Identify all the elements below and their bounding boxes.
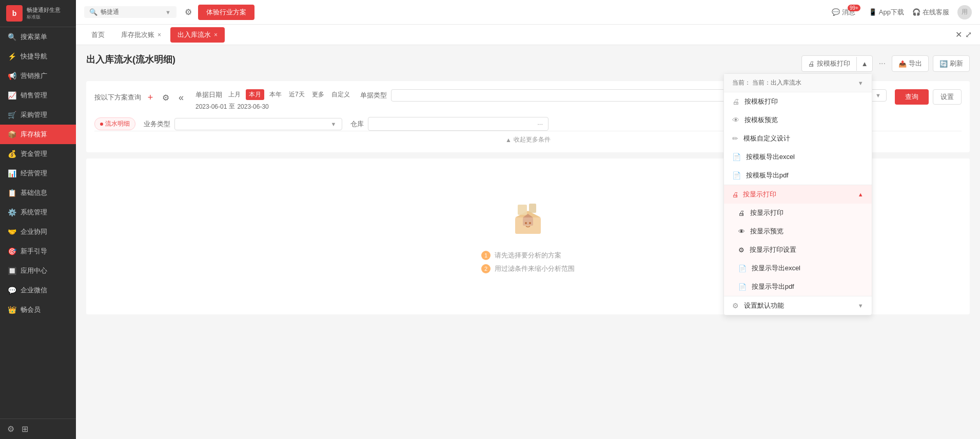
sidebar-item-marketing[interactable]: 📢 营销推广 [0,66,76,86]
business-type-select[interactable]: ▼ [174,118,342,130]
warehouse-group: 仓库 ··· [350,117,549,131]
sidebar-item-member[interactable]: 👑 畅会员 [0,300,76,320]
sidebar-item-apps[interactable]: 🔲 应用中心 [0,261,76,281]
sidebar-item-inventory[interactable]: 📦 库存核算 [0,125,76,144]
date-row-1: 单据日期 上月 本月 本年 近7天 更多 自定义 [195,89,352,100]
header-gear-icon[interactable]: ⚙ [185,7,192,17]
top-header: 🔍 ▼ ⚙ 体验行业方案 💬 消息 99+ 📱 App下载 🎧 在线客服 用 [76,0,980,25]
app-download-label: App下载 [879,8,904,17]
shortcut-last-month[interactable]: 上月 [226,89,243,100]
template-custom-icon: ✏ [732,134,738,143]
online-service-btn[interactable]: 🎧 在线客服 [912,8,949,17]
dropdown-item-template-custom[interactable]: ✏ 模板自定义设计 [724,129,872,148]
dropdown-display-excel[interactable]: 📄 按显示导出excel [724,259,872,277]
refresh-button[interactable]: 🔄 刷新 [933,55,970,72]
sidebar-item-cooperation[interactable]: 🤝 企业协同 [0,222,76,242]
sidebar-item-label: 营销推广 [21,71,47,81]
header-search-dropdown-icon[interactable]: ▼ [165,9,171,15]
tab-close-all-btn[interactable]: ✕ [955,30,962,39]
dropdown-current-arrow-icon[interactable]: ▼ [858,80,864,86]
filter-add-btn[interactable]: + [144,91,156,104]
sidebar-item-guide[interactable]: 🎯 新手引导 [0,242,76,261]
dropdown-item-template-pdf[interactable]: 📄 按模板导出pdf [724,166,872,185]
export-button[interactable]: 📤 导出 [892,55,929,72]
dropdown-display-preview[interactable]: 👁 按显示预览 [724,222,872,241]
setting-button[interactable]: 设置 [933,89,962,105]
template-print-button[interactable]: 🖨 按模板打印 [802,56,856,71]
sidebar-item-sales[interactable]: 📈 销售管理 [0,86,76,105]
dropdown-display-pdf[interactable]: 📄 按显示导出pdf [724,277,872,296]
display-print-header-icon: 🖨 [732,191,739,198]
dropdown-item-template-preview[interactable]: 👁 按模板预览 [724,111,872,129]
sidebar-settings-icon[interactable]: ⚙ [7,424,14,434]
template-print-group: 🖨 按模板打印 ▲ 当前： 当前：出入库流水 ▼ [801,55,872,72]
system-icon: ⚙️ [7,208,16,217]
query-button[interactable]: 查询 [895,89,929,105]
display-print-header[interactable]: 🖨 按显示打印 ▲ [724,185,872,204]
tab-flow[interactable]: 出入库流水 × [170,27,225,43]
sidebar-item-label: 企业微信 [21,286,47,295]
tab-expand-btn[interactable]: ⤢ [965,30,972,39]
sidebar-item-operations[interactable]: 📊 经营管理 [0,164,76,183]
display-print-items: 🖨 按显示打印 👁 按显示预览 ⚙ 按显示打 [724,204,872,296]
trial-button[interactable]: 体验行业方案 [198,5,254,20]
sidebar-item-purchase[interactable]: 🛒 采购管理 [0,105,76,125]
app-badge: 标准版 [27,14,61,21]
dropdown-item-template-excel[interactable]: 📄 按模板导出excel [724,148,872,166]
dropdown-display-print[interactable]: 🖨 按显示打印 [724,204,872,222]
tip-2-num: 2 [481,264,491,273]
warehouse-select[interactable]: ··· [368,117,549,131]
dropdown-display-settings[interactable]: ⚙ 按显示打印设置 [724,241,872,259]
dropdown-bottom-section: ⚙ 设置默认功能 ▼ [724,296,872,315]
sidebar-item-search[interactable]: 🔍 搜索菜单 [0,27,76,47]
display-section-collapse-icon[interactable]: ▲ [858,191,864,197]
sidebar-bottom: ⚙ ⊞ [0,418,76,439]
template-preview-icon: 👁 [732,116,739,124]
more-dots-btn[interactable]: ··· [877,59,888,68]
warehouse-more-icon[interactable]: ··· [537,120,543,128]
tab-flow-close[interactable]: × [214,31,218,38]
shortcut-more[interactable]: 更多 [310,89,326,100]
sidebar-item-system[interactable]: ⚙️ 系统管理 [0,203,76,222]
sidebar-item-label: 基础信息 [21,188,47,197]
sidebar-item-label: 经营管理 [21,169,47,178]
sidebar-item-quick-nav[interactable]: ⚡ 快捷导航 [0,47,76,66]
tab-home[interactable]: 首页 [84,27,112,43]
doc-type-label: 单据类型 [360,91,387,100]
sidebar-collapse-icon[interactable]: ⊞ [22,424,28,434]
active-filter-tag[interactable]: 流水明细 [94,117,135,130]
apps-icon: 🔲 [7,266,16,275]
wechat-icon: 💬 [7,286,16,295]
date-label: 单据日期 [195,90,222,99]
sidebar: b 畅捷通好生意 标准版 🔍 搜索菜单 ⚡ 快捷导航 📢 营销推广 📈 销售管理… [0,0,76,439]
collapse-up-icon: ▲ [505,136,512,144]
page-body: 出入库流水(流水明细) 🖨 按模板打印 ▲ 当前： [76,45,980,323]
message-btn[interactable]: 💬 消息 99+ [832,8,855,17]
app-download-btn[interactable]: 📱 App下载 [869,8,904,17]
header-search-input[interactable] [101,9,162,16]
shortcut-this-month[interactable]: 本月 [246,89,264,100]
sidebar-item-wechat[interactable]: 💬 企业微信 [0,281,76,300]
sidebar-item-label: 企业协同 [21,227,47,236]
tab-batch-close[interactable]: × [158,31,161,38]
dropdown-item-template-print[interactable]: 🖨 按模板打印 [724,92,872,111]
filter-gear-btn[interactable]: ⚙ [160,91,172,104]
sidebar-item-finance[interactable]: 💰 资金管理 [0,144,76,164]
svg-point-7 [529,222,531,224]
online-service-label: 在线客服 [923,8,949,17]
user-avatar[interactable]: 用 [957,5,972,19]
date-to-value: 2023-06-30 [237,103,268,110]
tab-batch[interactable]: 库存批次账 × [114,27,168,43]
tip-1-num: 1 [481,251,491,260]
filter-collapse-left-btn[interactable]: « [175,91,187,104]
shortcut-this-year[interactable]: 本年 [267,89,284,100]
header-search-box[interactable]: 🔍 ▼ [84,6,177,18]
export-icon: 📤 [898,60,907,68]
dropdown-set-default[interactable]: ⚙ 设置默认功能 ▼ [724,296,872,315]
dropdown-current-row: 当前： 当前：出入库流水 ▼ [724,74,872,92]
shortcut-custom[interactable]: 自定义 [329,89,352,100]
sidebar-item-basic[interactable]: 📋 基础信息 [0,183,76,203]
template-print-dropdown-arrow[interactable]: ▲ [856,57,872,71]
shortcut-7days[interactable]: 近7天 [287,89,307,100]
tab-flow-label: 出入库流水 [178,30,211,39]
